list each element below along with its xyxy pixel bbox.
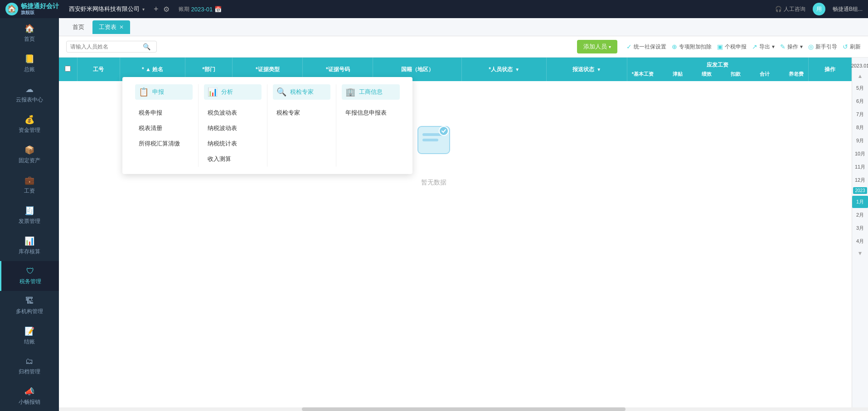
sidebar-item-assets[interactable]: 📦 固定资产: [0, 140, 59, 170]
content-area: 首页 工资表 ✕ 🔍 添加人员 ▾ ✓ 统一社保设置: [59, 18, 868, 411]
sidebar-item-label: 云报表中心: [16, 96, 43, 104]
dropdown-item-tax-stats[interactable]: 纳税统计表: [204, 136, 262, 151]
sidebar-item-tax[interactable]: 🛡 税务管理: [0, 261, 59, 291]
sidebar-item-cloud[interactable]: ☁ 云报表中心: [0, 79, 59, 109]
tab-home[interactable]: 首页: [66, 20, 91, 34]
right-panel-date: 2023.01: [850, 61, 868, 70]
search-icon: 🔍: [143, 43, 150, 50]
individual-tax-label: 个税申报: [725, 43, 747, 51]
sidebar-item-label: 首页: [24, 35, 35, 43]
special-deduction-button[interactable]: ⊕ 专项附加扣除: [672, 43, 712, 51]
month-item-11[interactable]: 11月: [852, 161, 868, 173]
tax-expert-title: 税检专家: [290, 88, 314, 96]
sidebar-item-multi-org[interactable]: 🏗 多机构管理: [0, 291, 59, 321]
dropdown-item-annual-report[interactable]: 年报信息申报表: [342, 105, 400, 121]
refresh-button[interactable]: ↺ 刷新: [843, 43, 861, 51]
month-item-3[interactable]: 3月: [852, 222, 868, 234]
submit-status-filter-icon[interactable]: ▼: [596, 67, 601, 72]
social-insurance-button[interactable]: ✓ 统一社保设置: [626, 43, 666, 51]
sidebar-item-close-account[interactable]: 📝 结账: [0, 321, 59, 351]
select-all-checkbox[interactable]: [65, 66, 71, 72]
svg-rect-2: [422, 139, 438, 141]
dropdown-item-tax-form[interactable]: 税表清册: [135, 121, 193, 136]
tab-home-label: 首页: [73, 23, 84, 31]
th-allowance: 津贴: [673, 71, 683, 77]
add-company-icon[interactable]: +: [154, 5, 159, 14]
th-operations: 操作: [809, 58, 852, 81]
th-pension: 养老费: [789, 71, 804, 77]
sidebar-item-salary[interactable]: 💼 工资: [0, 170, 59, 200]
th-performance: 绩效: [702, 71, 712, 77]
sidebar-item-expense[interactable]: 📣 小畅报销: [0, 381, 59, 411]
refresh-icon: ↺: [843, 43, 848, 50]
sidebar-item-home[interactable]: 🏠 首页: [0, 18, 59, 48]
year-badge-2023: 2023: [853, 187, 867, 194]
help-button[interactable]: 🎧 人工咨询: [775, 5, 805, 13]
tab-close-icon[interactable]: ✕: [119, 24, 124, 30]
sidebar-item-label: 资金管理: [19, 126, 40, 134]
add-person-button[interactable]: 添加人员 ▾: [577, 40, 617, 53]
individual-tax-button[interactable]: ▣ 个税申报: [717, 43, 747, 51]
person-status-filter-icon[interactable]: ▼: [515, 67, 519, 72]
dropdown-item-tax-expert[interactable]: 税检专家: [273, 105, 330, 121]
month-item-4[interactable]: 4月: [852, 235, 868, 247]
social-insurance-label: 统一社保设置: [634, 43, 666, 51]
dropdown-menu: 📋 申报 税务申报 税表清册 所得税汇算清缴 📊 分析 税负波动表 纳税波动表 …: [122, 77, 412, 174]
sidebar-item-inventory[interactable]: 📊 库存核算: [0, 231, 59, 261]
month-item-1[interactable]: 1月: [852, 196, 868, 208]
sidebar-item-funds[interactable]: 💰 资金管理: [0, 109, 59, 140]
dropdown-section-tax-expert: 🔍 税检专家 税检专家: [267, 84, 336, 167]
special-deduction-label: 专项附加扣除: [679, 43, 712, 51]
scroll-up-icon[interactable]: ▲: [856, 71, 865, 81]
sidebar-item-ledger[interactable]: 📒 总账: [0, 48, 59, 79]
settings-icon[interactable]: ⚙: [163, 5, 170, 14]
user-name: 畅捷通B组...: [833, 5, 863, 13]
month-item-10[interactable]: 10月: [852, 148, 868, 160]
export-icon: ↗: [752, 43, 757, 50]
th-total: 合计: [760, 71, 770, 77]
operations-button[interactable]: ✎ 操作 ▾: [780, 43, 803, 51]
horizontal-scrollbar[interactable]: [59, 407, 868, 411]
month-item-2[interactable]: 2月: [852, 209, 868, 221]
main-layout: 🏠 首页 📒 总账 ☁ 云报表中心 💰 资金管理 📦 固定资产 💼 工资 🧾 发…: [0, 18, 868, 411]
analysis-title: 分析: [221, 88, 233, 96]
search-input[interactable]: [70, 44, 143, 50]
th-checkbox[interactable]: [59, 58, 77, 81]
month-item-8[interactable]: 8月: [852, 121, 868, 134]
period-label: 账期: [179, 5, 189, 13]
dropdown-section-business-info: 🏢 工商信息 年报信息申报表: [336, 84, 405, 167]
empty-state-icon: [411, 117, 456, 171]
sidebar-item-label: 归档管理: [19, 368, 40, 376]
month-item-9[interactable]: 9月: [852, 135, 868, 147]
month-item-6[interactable]: 6月: [852, 95, 868, 107]
invoice-icon: 🧾: [24, 206, 34, 216]
dropdown-item-tax-fluctuation[interactable]: 税负波动表: [204, 105, 262, 121]
sidebar-item-archive[interactable]: 🗂 归档管理: [0, 351, 59, 381]
dropdown-item-income-estimate[interactable]: 收入测算: [204, 151, 262, 167]
sidebar-item-label: 固定资产: [19, 157, 40, 164]
month-item-12[interactable]: 12月: [852, 174, 868, 186]
search-wrap: 🔍: [66, 41, 157, 53]
th-submit-status: 报送状态 ▼: [547, 58, 627, 81]
tab-salary-label: 工资表: [99, 23, 116, 31]
add-person-arrow-icon: ▾: [609, 44, 611, 49]
company-selector[interactable]: 西安虾米网络科技有限公司 ▾: [69, 5, 145, 13]
guide-button[interactable]: ◎ 新手引导: [808, 43, 837, 51]
sidebar: 🏠 首页 📒 总账 ☁ 云报表中心 💰 资金管理 📦 固定资产 💼 工资 🧾 发…: [0, 18, 59, 411]
tab-salary[interactable]: 工资表 ✕: [92, 20, 130, 34]
dropdown-item-tax-payment-fluctuation[interactable]: 纳税波动表: [204, 121, 262, 136]
th-base-salary: *基本工资: [632, 71, 654, 77]
inventory-icon: 📊: [24, 236, 34, 246]
sidebar-item-invoice[interactable]: 🧾 发票管理: [0, 200, 59, 231]
toolbar: 🔍 添加人员 ▾ ✓ 统一社保设置 ⊕ 专项附加扣除 ▣ 个税申报: [59, 36, 868, 58]
add-person-label: 添加人员: [583, 43, 607, 51]
multi-org-icon: 🏗: [25, 296, 34, 306]
export-button[interactable]: ↗ 导出 ▾: [752, 43, 775, 51]
scroll-thumb: [302, 407, 626, 411]
dropdown-item-tax-declaration[interactable]: 税务申报: [135, 105, 193, 121]
scroll-down-icon[interactable]: ▼: [856, 248, 865, 258]
month-item-5[interactable]: 5月: [852, 82, 868, 94]
dropdown-item-annual-tax[interactable]: 所得税汇算清缴: [135, 136, 193, 151]
month-item-7[interactable]: 7月: [852, 108, 868, 121]
period-calendar-icon[interactable]: 📅: [214, 6, 222, 13]
